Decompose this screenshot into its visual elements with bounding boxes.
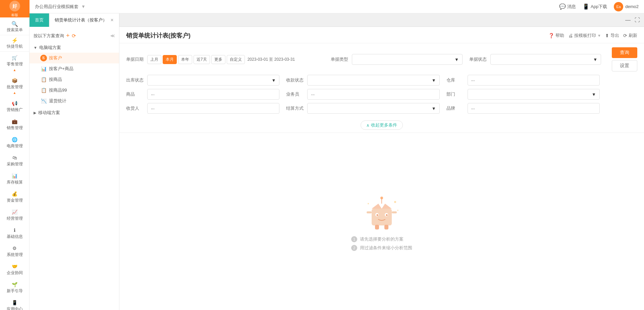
svg-point-13 — [368, 203, 369, 204]
chevron-settlement: ▼ — [432, 106, 436, 111]
receiver-select[interactable]: ··· — [147, 103, 279, 114]
tab-sales-stat[interactable]: 销货单统计计表（按客户） ✕ — [49, 13, 119, 27]
header-title: 办公用品行业模拟账套 — [35, 4, 78, 10]
department-select[interactable]: ▼ — [468, 89, 600, 100]
date-btn-last-month[interactable]: 上月 — [147, 55, 161, 64]
salesperson-select[interactable]: ··· — [307, 89, 439, 100]
print-button[interactable]: 🖨 按模板打印 ▼ — [568, 33, 601, 39]
svg-point-14 — [394, 201, 396, 203]
scheme-icon-customer: 客 — [40, 55, 47, 61]
export-button[interactable]: ⬆ 导出 — [605, 33, 619, 39]
filter-warehouse-label: 仓库 — [446, 77, 465, 83]
scheme-by-customer-goods[interactable]: 📊 按客户+商品 — [30, 63, 119, 74]
collapse-panel-button[interactable]: ≪ — [110, 33, 115, 38]
scheme-label-customer: 按客户 — [49, 55, 62, 61]
tab-close-icon[interactable]: ✕ — [110, 18, 114, 22]
scheme-by-goods-99[interactable]: 📋 按商品99 — [30, 85, 119, 96]
sidebar-item-newguide[interactable]: 🌱 新手引导 — [0, 278, 29, 297]
sidebar-item-purchase[interactable]: 🛍 采购管理 — [0, 152, 29, 170]
filter-settlement: 结算方式 ▼ — [286, 103, 439, 114]
filter-salesperson: 业务员 ··· — [286, 89, 439, 100]
page-title-bar: 销货单统计计表(按客户) ❓ 帮助 🖨 按模板打印 ▼ ⬆ 导出 — [119, 27, 644, 43]
filter-outbound-label: 出库状态 — [126, 77, 145, 83]
empty-tip-1: 1 请先选择要分析的方案 — [351, 236, 412, 242]
outbound-select[interactable]: ▼ — [147, 75, 279, 86]
message-button[interactable]: 💬 消息 — [559, 3, 576, 10]
sidebar-logo: 好 标版 — [0, 0, 30, 17]
payment-select[interactable]: ▼ — [307, 75, 439, 86]
date-btn-more[interactable]: 更多 — [211, 55, 225, 64]
header-actions: 💬 消息 📱 App下载 Ea demo2 — [559, 2, 639, 11]
left-panel: 按以下方案查询 + ⟳ ≪ ▼ 电脑端方案 客 按客户 📊 按客户+商品 — [30, 27, 119, 310]
sidebar-item-sales[interactable]: 💼 销售管理 — [0, 115, 29, 134]
add-scheme-button[interactable]: + — [66, 32, 70, 39]
warehouse-select[interactable]: ··· — [468, 75, 600, 86]
filter-goods-label: 商品 — [126, 91, 145, 97]
filter-outbound: 出库状态 ▼ — [126, 75, 279, 86]
date-range-display: 2023-03-01 至 2023-03-31 — [248, 57, 295, 62]
user-menu-button[interactable]: Ea demo2 — [614, 2, 639, 11]
svg-rect-9 — [367, 211, 372, 213]
print-icon: 🖨 — [568, 33, 573, 38]
filter-department: 部门 ▼ — [446, 89, 600, 100]
refresh-scheme-button[interactable]: ⟳ — [72, 33, 76, 39]
sidebar-item-system[interactable]: ⚙ 系统管理 — [0, 242, 29, 260]
filter-order-state-label: 单据状态 — [469, 56, 488, 62]
sidebar-item-retail[interactable]: 🛒 零售管理 ▲ — [0, 52, 29, 74]
collapse-button[interactable]: ∧ 收起更多条件 — [361, 120, 403, 130]
sidebar-item-ecommerce[interactable]: 🌐 电商管理 — [0, 134, 29, 152]
brand-select[interactable]: ··· — [468, 103, 600, 114]
empty-state: 1 请先选择要分析的方案 2 用过滤条件来缩小分析范围 — [119, 133, 644, 310]
empty-illustration — [362, 192, 402, 232]
scheme-by-goods[interactable]: 📋 按商品 — [30, 74, 119, 85]
goods-select[interactable]: ··· — [147, 89, 279, 100]
print-dropdown-icon[interactable]: ▼ — [597, 34, 601, 38]
query-button[interactable]: 查询 — [612, 47, 637, 58]
date-btn-this-year[interactable]: 本年 — [178, 55, 192, 64]
empty-tip-2: 2 用过滤条件来缩小分析范围 — [351, 245, 412, 251]
tree-collapse-icon: ▶ — [34, 111, 36, 115]
scheme-by-customer[interactable]: 客 按客户 — [30, 53, 119, 63]
order-state-select[interactable]: ▼ — [490, 54, 601, 65]
date-btn-this-month[interactable]: 本月 — [163, 55, 177, 64]
tab-maximize-icon[interactable]: ⛶ — [635, 17, 640, 23]
settings-button[interactable]: 设置 — [612, 60, 637, 71]
sidebar-item-inventory[interactable]: 📊 库存核算 — [0, 170, 29, 188]
help-button[interactable]: ❓ 帮助 — [548, 33, 564, 39]
sidebar-item-appcenter[interactable]: 📱 应用中心 — [0, 297, 29, 310]
filter-date-label: 单据日期 — [126, 56, 145, 62]
sidebar-item-marketing[interactable]: 📢 营销推广 — [0, 97, 29, 115]
scheme-label-goods99: 按商品99 — [49, 87, 67, 93]
sidebar-item-finance[interactable]: 💰 资金管理 — [0, 188, 29, 206]
settlement-select[interactable]: ▼ — [307, 103, 439, 114]
filter-receiver-label: 收货人 — [126, 105, 145, 111]
scheme-return-stat[interactable]: 📉 退货统计 — [30, 96, 119, 106]
date-btn-7days[interactable]: 近7天 — [194, 55, 210, 64]
tab-minimize-icon[interactable]: — — [625, 17, 631, 23]
svg-rect-2 — [372, 209, 392, 225]
sidebar-item-operations[interactable]: 📈 经营管理 — [0, 206, 29, 224]
chevron-up-icon: ▲ — [13, 91, 16, 95]
sidebar-search[interactable]: 🔍 搜索菜单 — [0, 17, 29, 35]
sidebar-item-wholesale[interactable]: 📦 批发管理 ▲ — [0, 74, 29, 97]
scheme-icon-customer-goods: 📊 — [40, 65, 47, 72]
scheme-label-customer-goods: 按客户+商品 — [49, 66, 73, 72]
app-download-button[interactable]: 📱 App下载 — [583, 3, 607, 10]
date-btn-custom[interactable]: 自定义 — [227, 55, 245, 64]
header-dropdown-icon[interactable]: ▼ — [81, 4, 86, 9]
desktop-scheme-parent[interactable]: ▼ 电脑端方案 — [30, 43, 119, 53]
filter-receiver: 收货人 ··· — [126, 103, 279, 114]
page-title: 销货单统计计表(按客户) — [126, 32, 191, 40]
tab-bar: 首页 销货单统计计表（按客户） ✕ — ⛶ — [30, 13, 644, 27]
sidebar-item-basic[interactable]: ℹ 基础信息 — [0, 224, 29, 242]
refresh-button[interactable]: ⟳ 刷新 — [623, 33, 637, 39]
svg-point-5 — [377, 214, 378, 216]
sidebar-quicknav[interactable]: ⚡ 快捷导航 — [0, 35, 29, 52]
sidebar-item-enterprise[interactable]: 🤝 企业协同 — [0, 260, 29, 278]
filter-row-4: 收货人 ··· 结算方式 ▼ 品牌 — [126, 103, 637, 114]
order-type-select[interactable]: ▼ — [352, 54, 463, 65]
tab-home[interactable]: 首页 — [30, 13, 49, 27]
mobile-scheme-parent[interactable]: ▶ 移动端方案 — [30, 108, 119, 118]
svg-rect-12 — [384, 225, 388, 229]
title-actions: ❓ 帮助 🖨 按模板打印 ▼ ⬆ 导出 ⟳ 刷新 — [548, 33, 637, 39]
